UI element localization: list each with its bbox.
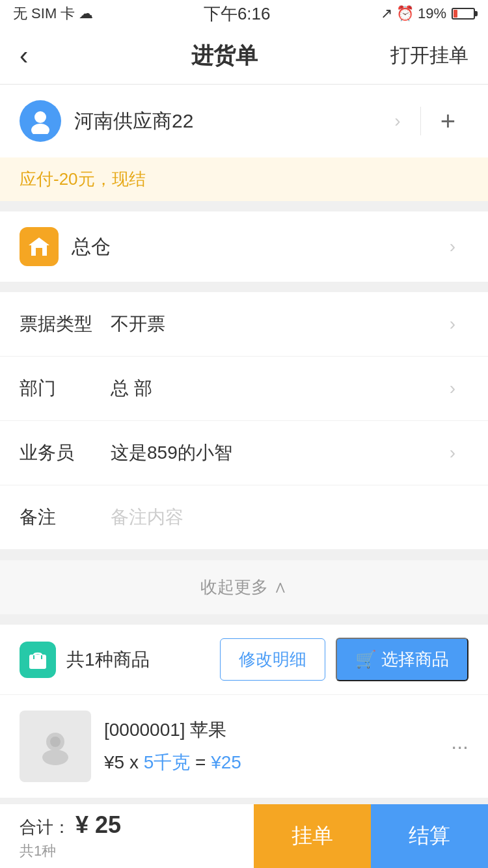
status-bar-right: ↗ ⏰ 19%: [381, 5, 475, 22]
add-supplier-button[interactable]: +: [427, 107, 468, 136]
hold-button[interactable]: 挂单: [254, 804, 371, 868]
product-thumbnail: [20, 711, 91, 782]
person-icon: [27, 108, 53, 134]
back-button[interactable]: ‹: [20, 41, 59, 70]
salesman-label: 业务员: [20, 441, 98, 465]
select-product-button[interactable]: 🛒 选择商品: [336, 638, 468, 681]
cart-icon: 🛒: [355, 649, 376, 670]
sim-status: 无 SIM 卡 ☁: [13, 4, 93, 23]
remark-input[interactable]: 备注内容: [98, 505, 468, 530]
product-name: [0000001] 苹果: [104, 718, 438, 742]
nav-bar: ‹ 进货单 打开挂单: [0, 27, 488, 85]
supplier-divider: [420, 107, 421, 135]
svg-point-9: [42, 750, 68, 765]
supplier-avatar: [20, 100, 61, 142]
total-sub: 共1种: [20, 841, 234, 861]
chevron-right-icon: ›: [394, 111, 400, 131]
salesman-row[interactable]: 业务员 这是859的小智 ›: [0, 421, 488, 485]
total-label: 合计：: [20, 816, 70, 839]
warehouse-row[interactable]: 总仓 ›: [0, 211, 488, 282]
department-value: 总 部: [98, 376, 450, 401]
content: 河南供应商22 › + 应付-20元，现结 总仓 › 票据类型 不开票 › 部门…: [0, 85, 488, 868]
open-hold-button[interactable]: 打开挂单: [390, 42, 468, 69]
product-more-button[interactable]: ···: [438, 735, 468, 759]
alarm-icon: ⏰: [396, 5, 414, 22]
form-section: 票据类型 不开票 › 部门 总 部 › 业务员 这是859的小智 › 备注 备注…: [0, 292, 488, 550]
footer-total-row: 合计： ¥ 25: [20, 811, 234, 839]
footer: 合计： ¥ 25 共1种 挂单 结算: [0, 804, 488, 868]
battery-percent: 19%: [418, 5, 446, 22]
remark-row[interactable]: 备注 备注内容: [0, 485, 488, 550]
product-title: 苹果: [190, 720, 226, 740]
invoice-row[interactable]: 票据类型 不开票 ›: [0, 292, 488, 357]
products-header: 共1种商品 修改明细 🛒 选择商品: [0, 625, 488, 694]
status-bar-left: 无 SIM 卡 ☁: [13, 4, 93, 23]
select-product-label: 选择商品: [381, 648, 449, 671]
product-unit-price: ¥5: [104, 752, 124, 772]
battery-icon: [452, 8, 475, 20]
supplier-section: 河南供应商22 › + 应付-20元，现结: [0, 85, 488, 201]
payment-hint: 应付-20元，现结: [0, 157, 488, 201]
collapse-toggle[interactable]: 收起更多 ∧: [0, 560, 488, 614]
svg-point-1: [31, 124, 49, 134]
status-bar-time: 下午6:16: [204, 3, 271, 25]
location-icon: ↗: [381, 5, 392, 22]
product-code: [0000001]: [104, 720, 185, 740]
shopping-bag-icon: [27, 649, 49, 671]
house-icon: [27, 235, 51, 258]
invoice-chevron-icon: ›: [450, 314, 455, 334]
product-thumb-icon: [33, 724, 78, 769]
footer-total: 合计： ¥ 25 共1种: [0, 804, 254, 868]
warehouse-name: 总仓: [72, 234, 450, 260]
svg-rect-4: [30, 655, 46, 668]
status-bar: 无 SIM 卡 ☁ 下午6:16 ↗ ⏰ 19%: [0, 0, 488, 27]
salesman-chevron-icon: ›: [450, 442, 455, 463]
product-multiply: x: [129, 752, 144, 772]
product-info: [0000001] 苹果 ¥5 x 5千克 = ¥25: [104, 718, 438, 775]
product-total: ¥25: [211, 752, 241, 772]
products-section: 共1种商品 修改明细 🛒 选择商品 [0000001] 苹果: [0, 625, 488, 798]
warehouse-chevron-icon: ›: [450, 236, 455, 257]
edit-detail-button[interactable]: 修改明细: [220, 638, 325, 681]
supplier-row[interactable]: 河南供应商22 › +: [0, 85, 488, 157]
svg-point-0: [34, 111, 46, 123]
department-label: 部门: [20, 376, 98, 401]
svg-point-10: [50, 737, 61, 747]
products-icon: [20, 642, 56, 678]
svg-rect-3: [36, 248, 42, 256]
department-row[interactable]: 部门 总 部 ›: [0, 357, 488, 421]
product-price: ¥5 x 5千克 = ¥25: [104, 750, 438, 775]
product-item: [0000001] 苹果 ¥5 x 5千克 = ¥25 ···: [0, 694, 488, 798]
salesman-value: 这是859的小智: [98, 441, 450, 465]
product-quantity: 5千克: [144, 752, 191, 772]
product-equals: =: [195, 752, 211, 772]
products-count: 共1种商品: [66, 647, 220, 672]
warehouse-icon: [20, 227, 59, 266]
invoice-label: 票据类型: [20, 312, 98, 336]
total-amount: ¥ 25: [75, 811, 121, 839]
invoice-value: 不开票: [98, 312, 450, 336]
supplier-name: 河南供应商22: [74, 108, 394, 135]
nav-title: 进货单: [191, 41, 258, 71]
department-chevron-icon: ›: [450, 378, 455, 399]
checkout-button[interactable]: 结算: [371, 804, 488, 868]
remark-label: 备注: [20, 505, 98, 530]
